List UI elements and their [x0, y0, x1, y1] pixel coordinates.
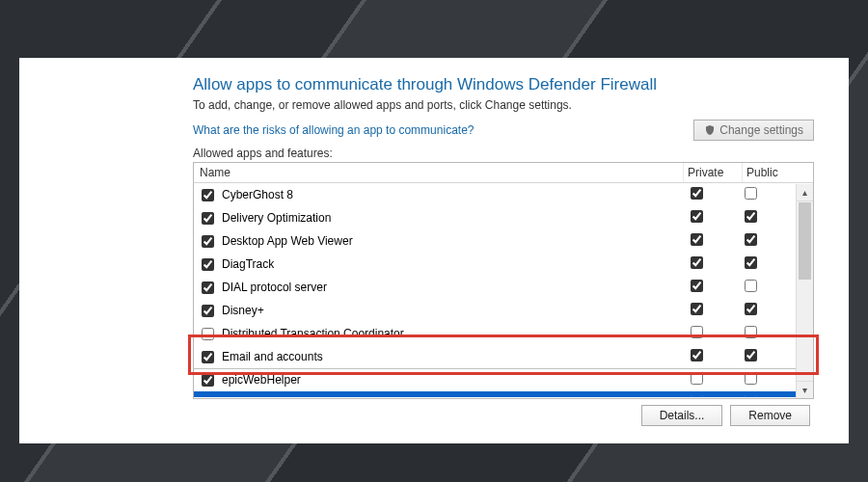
row-private-checkbox[interactable] [691, 210, 703, 223]
allowed-apps-list: Name Private Public CyberGhost 8Delivery… [193, 162, 814, 399]
row-public-checkbox[interactable] [745, 256, 757, 269]
col-header-name[interactable]: Name [194, 163, 684, 182]
row-private-checkbox[interactable] [691, 349, 703, 362]
change-settings-button[interactable]: Change settings [693, 120, 814, 141]
row-name-label: DiagTrack [222, 257, 274, 271]
row-name-label: Distributed Transaction Coordinator [222, 327, 404, 340]
row-public-checkbox[interactable] [745, 303, 757, 315]
page-subtitle: To add, change, or remove allowed apps a… [193, 98, 814, 112]
row-enable-checkbox[interactable] [202, 374, 214, 387]
row-enable-checkbox[interactable] [202, 328, 214, 340]
col-header-private[interactable]: Private [684, 163, 743, 182]
row-enable-checkbox[interactable] [202, 189, 214, 201]
remove-button[interactable]: Remove [730, 405, 810, 426]
row-public-checkbox[interactable] [745, 280, 757, 292]
table-row[interactable]: CyberGhost 8 [194, 183, 797, 206]
row-enable-checkbox[interactable] [202, 212, 214, 225]
row-enable-checkbox[interactable] [202, 281, 214, 294]
row-private-checkbox[interactable] [691, 326, 703, 338]
row-public-checkbox[interactable] [745, 395, 757, 397]
table-row[interactable]: ExpressVPN [194, 391, 797, 397]
scroll-up-button[interactable]: ▴ [797, 184, 813, 201]
row-public-checkbox[interactable] [745, 349, 757, 362]
row-private-checkbox[interactable] [691, 280, 703, 292]
row-private-checkbox[interactable] [691, 395, 703, 397]
row-private-checkbox[interactable] [691, 372, 703, 385]
row-private-checkbox[interactable] [691, 187, 703, 200]
desktop-background: Allow apps to communicate through Window… [0, 0, 868, 482]
row-public-checkbox[interactable] [745, 326, 757, 338]
table-row[interactable]: Delivery Optimization [194, 206, 797, 229]
list-label: Allowed apps and features: [193, 147, 814, 160]
row-enable-checkbox[interactable] [202, 305, 214, 317]
firewall-allowed-apps-panel: Allow apps to communicate through Window… [19, 58, 849, 443]
row-enable-checkbox[interactable] [202, 397, 214, 398]
row-name-label: DIAL protocol server [222, 281, 327, 294]
table-row[interactable]: DiagTrack [194, 253, 797, 276]
col-header-public[interactable]: Public [743, 163, 797, 182]
row-private-checkbox[interactable] [691, 303, 703, 315]
table-row[interactable]: Distributed Transaction Coordinator [194, 322, 797, 345]
table-row[interactable]: Disney+ [194, 299, 797, 322]
table-row[interactable]: DIAL protocol server [194, 276, 797, 299]
row-name-label: epicWebHelper [222, 373, 301, 387]
details-button[interactable]: Details... [641, 405, 723, 426]
row-private-checkbox[interactable] [691, 233, 703, 246]
scroll-thumb[interactable] [799, 202, 811, 280]
table-row[interactable]: Desktop App Web Viewer [194, 229, 797, 253]
row-enable-checkbox[interactable] [202, 258, 214, 271]
scroll-down-button[interactable]: ▾ [797, 381, 813, 398]
row-name-label: Delivery Optimization [222, 211, 331, 225]
table-row[interactable]: Email and accounts [194, 345, 797, 368]
row-name-label: Disney+ [222, 304, 264, 317]
row-name-label: Desktop App Web Viewer [222, 234, 353, 248]
row-public-checkbox[interactable] [745, 372, 757, 385]
row-public-checkbox[interactable] [745, 210, 757, 223]
page-title: Allow apps to communicate through Window… [193, 75, 814, 94]
row-name-label: CyberGhost 8 [222, 188, 293, 201]
row-name-label: ExpressVPN [222, 396, 287, 397]
row-enable-checkbox[interactable] [202, 351, 214, 363]
row-enable-checkbox[interactable] [202, 235, 214, 248]
row-public-checkbox[interactable] [745, 187, 757, 200]
row-private-checkbox[interactable] [691, 256, 703, 269]
list-header: Name Private Public [194, 163, 813, 183]
shield-icon [704, 124, 716, 136]
vertical-scrollbar[interactable]: ▴ ▾ [796, 184, 813, 398]
list-rows: CyberGhost 8Delivery OptimizationDesktop… [194, 183, 797, 397]
table-row[interactable]: epicWebHelper [194, 368, 797, 391]
risk-link[interactable]: What are the risks of allowing an app to… [193, 123, 474, 137]
row-public-checkbox[interactable] [745, 233, 757, 246]
row-name-label: Email and accounts [222, 350, 323, 363]
change-settings-label: Change settings [719, 123, 803, 137]
